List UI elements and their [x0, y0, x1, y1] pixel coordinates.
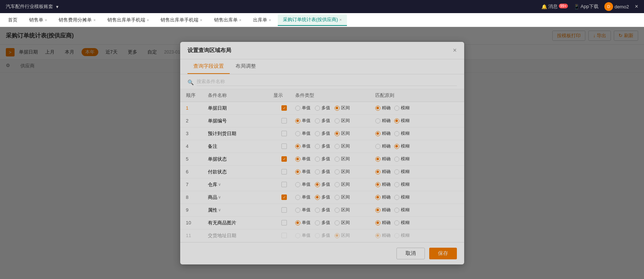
range-radio[interactable]: 区间	[335, 130, 350, 137]
range-radio[interactable]: 区间	[335, 181, 350, 188]
tab-close-icon[interactable]: ×	[200, 18, 202, 22]
display-checkbox[interactable]	[281, 207, 287, 213]
radio-btn[interactable]	[375, 233, 380, 238]
display-checkbox[interactable]	[281, 118, 287, 123]
single-radio[interactable]: 单值	[295, 181, 311, 188]
radio-btn[interactable]	[375, 208, 380, 213]
tab-sales-expense[interactable]: 销售费用分摊单 ×	[54, 15, 100, 25]
radio-btn[interactable]	[375, 118, 380, 123]
radio-btn[interactable]	[315, 220, 320, 225]
radio-btn[interactable]	[394, 233, 399, 238]
radio-btn[interactable]	[315, 157, 320, 162]
display-checkbox[interactable]	[281, 169, 287, 174]
single-radio[interactable]: 单值	[295, 143, 311, 149]
exact-radio[interactable]: 精确	[375, 220, 391, 226]
tab-close-icon[interactable]: ×	[269, 18, 271, 22]
fuzzy-radio[interactable]: 模糊	[394, 181, 410, 188]
fuzzy-radio[interactable]: 模糊	[394, 220, 410, 226]
tab-home[interactable]: 首页	[3, 15, 23, 25]
radio-btn[interactable]	[295, 220, 300, 225]
single-radio[interactable]: 单值	[295, 130, 311, 137]
cancel-button[interactable]: 取消	[396, 248, 425, 259]
radio-btn[interactable]	[335, 182, 340, 187]
single-radio[interactable]: 单值	[295, 207, 311, 213]
radio-btn[interactable]	[295, 182, 300, 187]
radio-btn[interactable]	[315, 118, 320, 123]
exact-radio[interactable]: 精确	[375, 194, 391, 200]
radio-btn[interactable]	[335, 220, 340, 225]
multi-radio[interactable]: 多值	[315, 130, 330, 137]
radio-btn[interactable]	[335, 169, 340, 174]
fuzzy-radio[interactable]: 模糊	[394, 194, 410, 200]
tab-close-icon[interactable]: ×	[45, 18, 47, 22]
exact-radio[interactable]: 精确	[375, 232, 391, 239]
tab-out[interactable]: 出库单 ×	[248, 15, 276, 25]
exact-radio[interactable]: 精确	[375, 181, 391, 188]
fuzzy-radio[interactable]: 模糊	[394, 169, 410, 175]
range-radio[interactable]: 区间	[335, 143, 350, 149]
range-radio[interactable]: 区间	[335, 118, 350, 124]
radio-btn[interactable]	[315, 182, 320, 187]
single-radio[interactable]: 单值	[295, 118, 311, 124]
display-checkbox[interactable]	[281, 131, 287, 136]
radio-btn[interactable]	[394, 169, 399, 174]
multi-radio[interactable]: 多值	[315, 143, 330, 149]
radio-btn[interactable]	[375, 182, 380, 187]
radio-btn[interactable]	[375, 106, 380, 111]
dialog-close-button[interactable]: ×	[453, 47, 457, 54]
multi-radio[interactable]: 多值	[315, 232, 330, 239]
fuzzy-radio[interactable]: 模糊	[394, 105, 410, 111]
radio-btn[interactable]	[315, 169, 320, 174]
fuzzy-radio[interactable]: 模糊	[394, 118, 410, 124]
radio-btn[interactable]	[375, 195, 380, 200]
exact-radio[interactable]: 精确	[375, 105, 391, 111]
radio-btn[interactable]	[394, 208, 399, 213]
radio-btn[interactable]	[295, 157, 300, 162]
radio-btn[interactable]	[295, 208, 300, 213]
radio-btn[interactable]	[295, 169, 300, 174]
radio-btn[interactable]	[315, 144, 320, 149]
range-radio[interactable]: 区间	[335, 232, 350, 239]
fuzzy-radio[interactable]: 模糊	[394, 130, 410, 137]
radio-btn[interactable]	[335, 144, 340, 149]
display-checkbox[interactable]	[281, 182, 287, 187]
app-download[interactable]: 📱 App下载	[574, 3, 598, 10]
radio-btn[interactable]	[315, 208, 320, 213]
exact-radio[interactable]: 精确	[375, 118, 391, 124]
condition-search-input[interactable]	[197, 79, 457, 86]
radio-btn[interactable]	[375, 157, 380, 162]
radio-btn[interactable]	[394, 144, 399, 149]
radio-btn[interactable]	[394, 157, 399, 162]
fuzzy-radio[interactable]: 模糊	[394, 232, 410, 239]
radio-btn[interactable]	[315, 131, 320, 136]
radio-btn[interactable]	[295, 233, 300, 238]
tab-layout-adjust[interactable]: 布局调整	[230, 59, 262, 74]
tab-purchase-stats[interactable]: 采购订单统计表(按供应商) ×	[278, 14, 347, 26]
tab-sales-out3[interactable]: 销售出库单 ×	[209, 15, 246, 25]
single-radio[interactable]: 单值	[295, 232, 311, 239]
exact-radio[interactable]: 精确	[375, 207, 391, 213]
tab-sales-order[interactable]: 销售单 ×	[24, 15, 52, 25]
fuzzy-radio[interactable]: 模糊	[394, 207, 410, 213]
exact-radio[interactable]: 精确	[375, 143, 391, 149]
multi-radio[interactable]: 多值	[315, 181, 330, 188]
tab-sales-out1[interactable]: 销售出库单手机端 ×	[102, 15, 154, 25]
single-radio[interactable]: 单值	[295, 156, 311, 162]
range-radio[interactable]: 区间	[335, 207, 350, 213]
radio-btn[interactable]	[375, 144, 380, 149]
radio-btn[interactable]	[295, 106, 300, 111]
radio-btn[interactable]	[335, 208, 340, 213]
range-radio[interactable]: 区间	[335, 169, 350, 175]
radio-btn[interactable]	[295, 131, 300, 136]
radio-btn[interactable]	[315, 233, 320, 238]
radio-btn[interactable]	[394, 131, 399, 136]
tab-sales-out2[interactable]: 销售出库单手机端 ×	[155, 15, 207, 25]
user-area[interactable]: D demo2	[604, 2, 629, 11]
radio-btn[interactable]	[295, 144, 300, 149]
display-checkbox[interactable]	[281, 156, 287, 162]
exact-radio[interactable]: 精确	[375, 169, 391, 175]
display-checkbox[interactable]	[281, 144, 287, 149]
multi-radio[interactable]: 多值	[315, 194, 330, 200]
range-radio[interactable]: 区间	[335, 156, 350, 162]
radio-btn[interactable]	[315, 195, 320, 200]
